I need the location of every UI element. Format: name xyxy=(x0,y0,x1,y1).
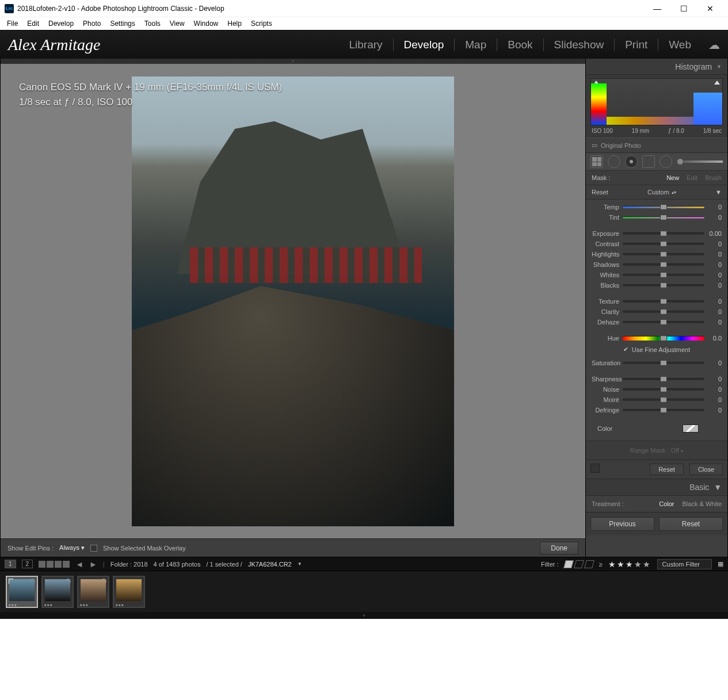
filter-label: Filter : xyxy=(541,561,559,568)
effect-reset-link[interactable]: Reset xyxy=(592,189,608,196)
cloud-sync-icon[interactable]: ☁ xyxy=(708,38,720,52)
module-slideshow[interactable]: Slideshow xyxy=(544,39,615,51)
menu-file[interactable]: File xyxy=(2,18,22,29)
mask-reset-button[interactable]: Reset xyxy=(650,464,684,475)
menu-window[interactable]: Window xyxy=(189,18,223,29)
module-print[interactable]: Print xyxy=(615,39,658,51)
panel-switch-icon[interactable] xyxy=(590,464,600,473)
color-row: Color xyxy=(592,421,722,436)
slider-sharpness[interactable]: Sharpness0 xyxy=(592,374,722,384)
toolbar: Show Edit Pins : Always ▾ Show Selected … xyxy=(1,538,585,557)
slider-hue[interactable]: Hue0.0 xyxy=(592,333,722,343)
filter-stars[interactable]: ★★★★★ xyxy=(608,560,651,569)
slider-exposure[interactable]: Exposure0.00 xyxy=(592,228,722,239)
filmstrip-header: 1 2 ◄ ► | Folder : 2018 4 of 1483 photos… xyxy=(0,557,728,571)
canvas-area: ▼ Canon EOS 5D Mark IV + 19 mm (EF16-35m… xyxy=(1,59,586,557)
done-button[interactable]: Done xyxy=(540,542,578,554)
maximize-button[interactable]: ☐ xyxy=(670,0,697,17)
effect-mode-dropdown[interactable]: Custom▴▾ xyxy=(647,189,676,196)
highlight-clip-icon[interactable] xyxy=(714,81,720,85)
module-web[interactable]: Web xyxy=(658,39,702,51)
slider-contrast[interactable]: Contrast0 xyxy=(592,239,722,249)
menu-photo[interactable]: Photo xyxy=(78,18,105,29)
slider-shadows[interactable]: Shadows0 xyxy=(592,259,722,270)
original-photo-row[interactable]: ▭ Original Photo xyxy=(586,137,727,153)
histogram-info: ISO 100 19 mm ƒ / 8.0 1/8 sec xyxy=(590,125,723,137)
close-window-button[interactable]: ✕ xyxy=(697,0,723,17)
minimize-button[interactable]: — xyxy=(644,0,670,17)
previous-button[interactable]: Previous xyxy=(590,517,654,531)
treatment-color[interactable]: Color xyxy=(659,500,674,507)
panel-collapse-bottom[interactable]: ▼ xyxy=(0,612,728,619)
filter-flags[interactable] xyxy=(565,560,593,568)
menu-help[interactable]: Help xyxy=(223,18,246,29)
nav-forward-icon[interactable]: ► xyxy=(89,560,97,569)
spot-tool-icon[interactable] xyxy=(608,155,620,168)
filter-lock-icon[interactable]: ▦ xyxy=(718,560,723,568)
basic-title: Basic xyxy=(689,483,709,492)
thumbnail[interactable]: ★★★ xyxy=(41,576,74,608)
flag-rejected-icon[interactable] xyxy=(584,560,594,568)
edit-pins-dropdown[interactable]: Always ▾ xyxy=(59,544,85,552)
gradient-tool-icon[interactable] xyxy=(642,155,655,168)
slider-highlights[interactable]: Highlights0 xyxy=(592,249,722,259)
module-library[interactable]: Library xyxy=(339,39,394,51)
color-swatch[interactable] xyxy=(683,424,699,433)
mask-close-button[interactable]: Close xyxy=(689,464,723,475)
folder-label[interactable]: Folder : 2018 xyxy=(110,561,148,568)
menu-develop[interactable]: Develop xyxy=(44,18,78,29)
thumbnail[interactable]: ★★★ xyxy=(77,576,109,608)
treatment-bw[interactable]: Black & White xyxy=(683,500,722,507)
histogram-graph[interactable] xyxy=(590,78,723,125)
slider-tint[interactable]: Tint0 xyxy=(592,212,722,223)
module-map[interactable]: Map xyxy=(455,39,497,51)
menu-tools[interactable]: Tools xyxy=(140,18,165,29)
module-book[interactable]: Book xyxy=(497,39,543,51)
panel-collapse-top[interactable]: ▼ xyxy=(1,59,585,64)
rating-comparator[interactable]: ≥ xyxy=(599,561,603,568)
reset-all-button[interactable]: Reset xyxy=(659,517,723,531)
nav-back-icon[interactable]: ◄ xyxy=(75,560,83,569)
slider-blacks[interactable]: Blacks0 xyxy=(592,280,722,290)
basic-panel-header[interactable]: Basic ▼ xyxy=(586,479,727,495)
slider-defringe[interactable]: Defringe0 xyxy=(592,405,722,415)
slider-noise[interactable]: Noise0 xyxy=(592,384,722,395)
redeye-tool-icon[interactable] xyxy=(625,155,638,168)
hist-focal: 19 mm xyxy=(632,128,650,134)
slider-dehaze[interactable]: Dehaze0 xyxy=(592,317,722,327)
slider-clarity[interactable]: Clarity0 xyxy=(592,307,722,317)
menu-view[interactable]: View xyxy=(165,18,189,29)
view-mode-1[interactable]: 1 xyxy=(5,560,16,568)
fine-adjust-row[interactable]: ✔Use Fine Adjustment xyxy=(592,343,722,358)
filename-dropdown-icon[interactable]: ▼ xyxy=(298,561,302,567)
filename-label: JK7A6284.CR2 xyxy=(248,561,292,568)
histogram-header[interactable]: Histogram ▼ xyxy=(586,59,727,75)
grid-view-icon[interactable] xyxy=(39,561,70,568)
flag-unflagged-icon[interactable] xyxy=(574,560,584,568)
view-mode-2[interactable]: 2 xyxy=(22,560,33,568)
mask-overlay-checkbox[interactable] xyxy=(90,545,97,552)
slider-texture[interactable]: Texture0 xyxy=(592,296,722,307)
menu-scripts[interactable]: Scripts xyxy=(246,18,277,29)
brush-tool-icon[interactable] xyxy=(677,160,723,163)
slider-whites[interactable]: Whites0 xyxy=(592,270,722,280)
image-canvas[interactable]: Canon EOS 5D Mark IV + 19 mm (EF16-35mm … xyxy=(1,64,585,538)
edit-pins-label: Show Edit Pins : xyxy=(7,545,54,552)
filter-dropdown[interactable]: Custom Filter xyxy=(657,559,712,569)
thumbnail[interactable]: 2★★★ xyxy=(6,576,38,608)
menu-edit[interactable]: Edit xyxy=(22,18,44,29)
menu-settings[interactable]: Settings xyxy=(105,18,139,29)
mask-new-button[interactable]: New xyxy=(666,174,679,181)
filmstrip[interactable]: 2★★★ ★★★ ★★★ ★★★ xyxy=(0,571,728,612)
slider-temp[interactable]: Temp0 xyxy=(592,202,722,212)
crop-tool-icon[interactable] xyxy=(590,155,603,168)
radial-tool-icon[interactable] xyxy=(660,155,672,168)
module-develop[interactable]: Develop xyxy=(394,39,455,51)
slider-moire[interactable]: Moiré0 xyxy=(592,395,722,405)
module-picker: Library Develop Map Book Slideshow Print… xyxy=(339,39,702,51)
thumbnail[interactable]: ★★★ xyxy=(113,576,145,608)
chevron-down-icon[interactable]: ▼ xyxy=(715,189,722,196)
slider-saturation[interactable]: Saturation0 xyxy=(592,358,722,368)
flag-picked-icon[interactable] xyxy=(563,560,574,568)
mask-brush-button: Brush xyxy=(705,174,722,181)
